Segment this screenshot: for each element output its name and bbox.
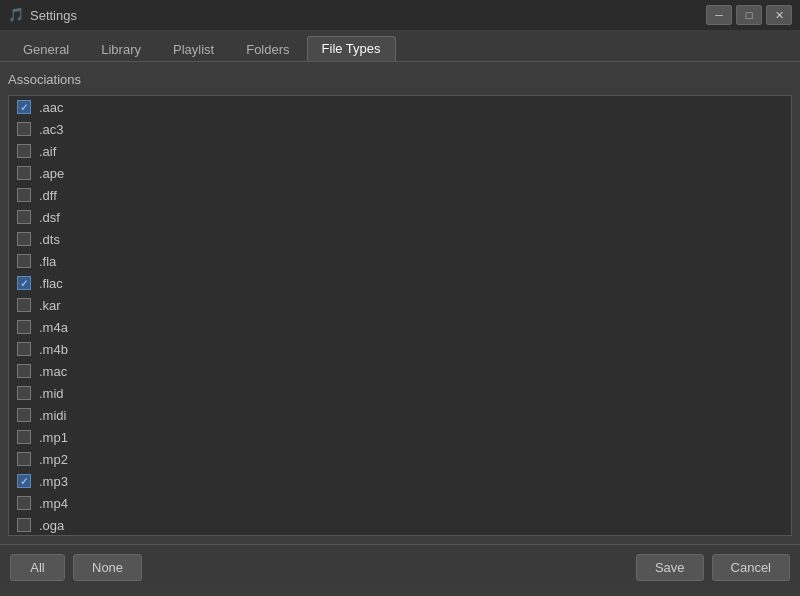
file-type-checkbox[interactable] (17, 430, 31, 444)
title-controls: ─ □ ✕ (706, 5, 792, 25)
file-type-checkbox[interactable] (17, 122, 31, 136)
file-type-label: .fla (39, 254, 56, 269)
file-type-label: .dts (39, 232, 60, 247)
list-item[interactable]: .oga (9, 514, 791, 535)
list-item[interactable]: .kar (9, 294, 791, 316)
file-type-label: .ape (39, 166, 64, 181)
main-content: Associations .aac.ac3.aif.ape.dff.dsf.dt… (0, 62, 800, 544)
file-type-label: .midi (39, 408, 66, 423)
list-item[interactable]: .dsf (9, 206, 791, 228)
file-type-label: .mac (39, 364, 67, 379)
file-type-label: .mp4 (39, 496, 68, 511)
tab-general[interactable]: General (8, 37, 84, 61)
file-type-label: .oga (39, 518, 64, 533)
file-type-label: .m4a (39, 320, 68, 335)
list-item[interactable]: .mp2 (9, 448, 791, 470)
file-type-label: .mp2 (39, 452, 68, 467)
tab-playlist[interactable]: Playlist (158, 37, 229, 61)
file-type-checkbox[interactable] (17, 452, 31, 466)
bottom-bar: All None Save Cancel (0, 544, 800, 590)
title-bar-left: 🎵 Settings (8, 7, 77, 23)
list-item[interactable]: .mid (9, 382, 791, 404)
file-type-label: .mp1 (39, 430, 68, 445)
file-type-label: .aac (39, 100, 64, 115)
file-type-label: .m4b (39, 342, 68, 357)
file-type-checkbox[interactable] (17, 166, 31, 180)
list-item[interactable]: .m4a (9, 316, 791, 338)
file-type-checkbox[interactable] (17, 254, 31, 268)
list-item[interactable]: .fla (9, 250, 791, 272)
cancel-button[interactable]: Cancel (712, 554, 790, 581)
tab-filetypes[interactable]: File Types (307, 36, 396, 61)
file-type-checkbox[interactable] (17, 232, 31, 246)
file-type-checkbox[interactable] (17, 408, 31, 422)
list-item[interactable]: .ac3 (9, 118, 791, 140)
list-item[interactable]: .midi (9, 404, 791, 426)
title-bar: 🎵 Settings ─ □ ✕ (0, 0, 800, 30)
file-type-checkbox[interactable] (17, 364, 31, 378)
file-type-checkbox[interactable] (17, 210, 31, 224)
list-item[interactable]: .aif (9, 140, 791, 162)
file-type-checkbox[interactable] (17, 298, 31, 312)
tab-bar: General Library Playlist Folders File Ty… (0, 30, 800, 62)
file-type-checkbox[interactable] (17, 144, 31, 158)
file-type-label: .aif (39, 144, 56, 159)
file-types-list-container: .aac.ac3.aif.ape.dff.dsf.dts.fla.flac.ka… (8, 95, 792, 536)
tab-folders[interactable]: Folders (231, 37, 304, 61)
file-type-checkbox[interactable] (17, 474, 31, 488)
file-type-label: .dsf (39, 210, 60, 225)
tab-library[interactable]: Library (86, 37, 156, 61)
file-type-checkbox[interactable] (17, 320, 31, 334)
file-type-label: .dff (39, 188, 57, 203)
minimize-button[interactable]: ─ (706, 5, 732, 25)
file-type-label: .kar (39, 298, 61, 313)
list-item[interactable]: .mp3 (9, 470, 791, 492)
section-header: Associations (8, 70, 792, 89)
file-types-scroll[interactable]: .aac.ac3.aif.ape.dff.dsf.dts.fla.flac.ka… (9, 96, 791, 535)
maximize-button[interactable]: □ (736, 5, 762, 25)
app-icon: 🎵 (8, 7, 24, 23)
file-type-label: .mid (39, 386, 64, 401)
list-item[interactable]: .dts (9, 228, 791, 250)
list-item[interactable]: .mp1 (9, 426, 791, 448)
close-button[interactable]: ✕ (766, 5, 792, 25)
list-item[interactable]: .aac (9, 96, 791, 118)
file-type-checkbox[interactable] (17, 518, 31, 532)
file-type-checkbox[interactable] (17, 386, 31, 400)
file-type-checkbox[interactable] (17, 342, 31, 356)
file-type-label: .flac (39, 276, 63, 291)
window-title: Settings (30, 8, 77, 23)
file-type-checkbox[interactable] (17, 188, 31, 202)
list-item[interactable]: .mac (9, 360, 791, 382)
none-button[interactable]: None (73, 554, 142, 581)
file-type-label: .ac3 (39, 122, 64, 137)
list-item[interactable]: .flac (9, 272, 791, 294)
bottom-buttons-right: Save Cancel (636, 554, 790, 581)
file-type-checkbox[interactable] (17, 496, 31, 510)
file-type-checkbox[interactable] (17, 100, 31, 114)
all-button[interactable]: All (10, 554, 65, 581)
list-item[interactable]: .dff (9, 184, 791, 206)
file-type-label: .mp3 (39, 474, 68, 489)
file-type-checkbox[interactable] (17, 276, 31, 290)
save-button[interactable]: Save (636, 554, 704, 581)
list-item[interactable]: .ape (9, 162, 791, 184)
list-item[interactable]: .mp4 (9, 492, 791, 514)
list-item[interactable]: .m4b (9, 338, 791, 360)
